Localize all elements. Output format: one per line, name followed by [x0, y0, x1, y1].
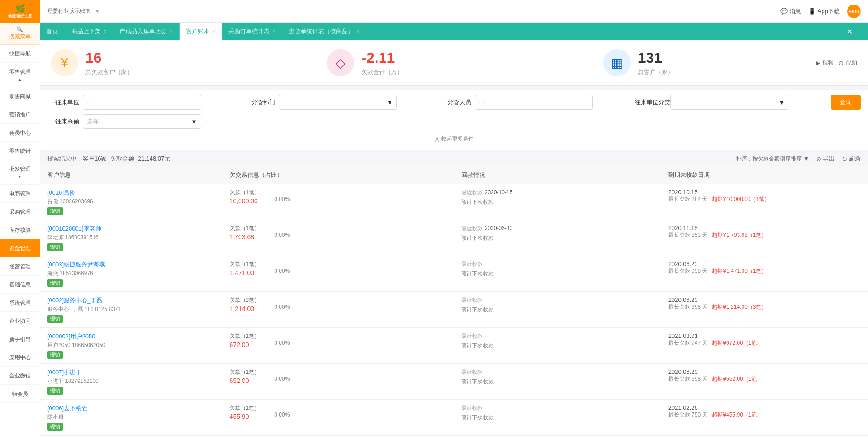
- debt-amount[interactable]: 1,703.68: [230, 233, 260, 241]
- close-icon[interactable]: ×: [104, 29, 106, 34]
- next-payment: 预计下次收款: [461, 378, 653, 386]
- overdue-days: 最长欠款 853 天 超期¥1,703.68（1笔）: [668, 231, 861, 239]
- chevron-down-icon: ▼: [387, 99, 393, 106]
- tab-home[interactable]: 首页: [40, 23, 65, 40]
- tab-product-offshelf[interactable]: 商品上下架 ×: [65, 23, 113, 40]
- sidebar-item-basic-info[interactable]: 基础信息: [0, 276, 40, 294]
- tab-customer-account[interactable]: 客户账本 ×: [180, 23, 222, 40]
- sidebar-item-finance[interactable]: 资金管理: [0, 239, 40, 257]
- overdue-amount-link[interactable]: 超期¥455.90（1笔）: [712, 412, 762, 418]
- debt-ratio: 0.00%: [274, 268, 290, 274]
- overdue-amount-link[interactable]: 超期¥652.00（1笔）: [712, 376, 762, 382]
- video-button[interactable]: ▶ 视频: [816, 59, 834, 67]
- person-label: 分管人员: [439, 98, 471, 106]
- sidebar-item-retail-stats[interactable]: 零售统计: [0, 142, 40, 160]
- cell-debt-info: 欠款（1笔） 672.00 0.00%: [222, 328, 454, 364]
- fullscreen-button[interactable]: ⛶: [856, 27, 863, 35]
- overdue-amount-link[interactable]: 超期¥672.00（1笔）: [712, 340, 762, 346]
- message-button[interactable]: 💬 消息: [780, 7, 801, 15]
- sidebar-item-enterprise[interactable]: 企业协同: [0, 312, 40, 330]
- customer-name-link[interactable]: [0002]服务中心_丁磊: [47, 296, 215, 305]
- cell-payment-status: 最近收款 2020-10-15 预计下次收款: [454, 184, 661, 220]
- close-icon[interactable]: ×: [212, 29, 215, 34]
- sidebar-item-batch-mgmt[interactable]: 批发管理 ▼: [0, 160, 40, 185]
- sidebar-item-inventory[interactable]: 库存核算: [0, 221, 40, 239]
- tab-purchase-order[interactable]: 采购订单统计表 ×: [222, 23, 282, 40]
- collapse-button[interactable]: ⋀ 收起更多条件: [47, 133, 861, 145]
- dept-select[interactable]: ▼: [279, 95, 397, 110]
- sidebar-item-operations[interactable]: 经营管理: [0, 257, 40, 276]
- debt-amount[interactable]: 455.90: [230, 413, 260, 420]
- filter-group-person: 分管人员 ···: [439, 95, 628, 110]
- customer-name-link[interactable]: [0001020001]李老师: [47, 225, 215, 233]
- tab-product-inbound[interactable]: 产成品入库单历史 ×: [113, 23, 179, 40]
- overdue-amount-link[interactable]: 超期¥1,471.00（1笔）: [712, 268, 767, 274]
- cell-due-date: 2020.06.23 最长欠款 998 天 超期¥1,471.00（1笔）: [661, 256, 868, 292]
- play-icon: ▶: [816, 60, 820, 66]
- debt-ratio: 0.00%: [274, 232, 290, 238]
- next-payment: 预计下次收款: [461, 198, 653, 206]
- sidebar-item-purchase[interactable]: 采购管理: [0, 203, 40, 221]
- sidebar-item-retail-mall[interactable]: 零售商城: [0, 87, 40, 105]
- yuan-icon: ¥: [51, 49, 78, 76]
- sidebar-item-member[interactable]: 会员中心: [0, 124, 40, 142]
- filter-group-dept: 分管部门 ▼: [243, 95, 432, 110]
- close-icon[interactable]: ×: [272, 29, 275, 34]
- sidebar-item-app-center[interactable]: 应用中心: [0, 348, 40, 367]
- debt-amount[interactable]: 10,000.00: [230, 197, 260, 205]
- customer-name-link[interactable]: [0006]去下粮仓: [47, 404, 215, 412]
- stat-value-total-customers: 131: [638, 50, 673, 66]
- customer-name-link[interactable]: [0016]吕俊: [47, 189, 215, 197]
- overdue-amount-link[interactable]: 超期¥10,000.00（1笔）: [712, 196, 770, 202]
- sidebar-item-search[interactable]: 🔍 搜索菜单: [0, 23, 40, 45]
- last-payment: 最近收款 2020-10-15: [461, 189, 653, 196]
- status-tag: 现销: [47, 207, 63, 215]
- sidebar-item-vip-member[interactable]: 畅会员: [0, 385, 40, 403]
- sidebar-item-nav[interactable]: 快捷导航: [0, 45, 40, 63]
- close-icon[interactable]: ×: [356, 29, 359, 34]
- debt-amount[interactable]: 672.00: [230, 341, 260, 348]
- sidebar-item-newbie[interactable]: 新手引导: [0, 330, 40, 348]
- table-row: [0006]去下粮仓 陈小册 现销 欠款（1笔） 455.90 0.00% 最近…: [40, 400, 868, 436]
- overdue-amount-link[interactable]: 超期¥1,703.68（1笔）: [712, 232, 767, 238]
- customer-name-link[interactable]: [000002]用户2050: [47, 332, 215, 341]
- sidebar-item-corp-wx[interactable]: 企业微信: [0, 367, 40, 385]
- app-download-button[interactable]: 📱 App下载: [808, 7, 840, 15]
- tab-inbound-stats[interactable]: 进货单统计表（按商品） ×: [282, 23, 366, 40]
- stat-card-debt-customers: ¥ 16 总欠款客户（家）: [40, 40, 316, 85]
- overdue-amount-link[interactable]: 超期¥1,214.00（3笔）: [712, 304, 767, 310]
- person-input[interactable]: ···: [475, 95, 593, 110]
- tab-label-product-inbound: 产成品入库单历史: [120, 27, 167, 35]
- result-summary-left: 搜索结果中，客户16家 欠款金额 -21,148.07元: [47, 155, 170, 163]
- sidebar-item-ecommerce[interactable]: 电商管理: [0, 185, 40, 203]
- sidebar-item-system[interactable]: 系统管理: [0, 294, 40, 312]
- unit-type-select[interactable]: ▼: [670, 95, 788, 110]
- sort-label[interactable]: 排序：按欠款金额倒序排序 ▼: [736, 155, 809, 163]
- refresh-button[interactable]: ↻ 刷新: [842, 155, 861, 163]
- help-icon: ⊙: [838, 60, 843, 66]
- sidebar-item-marketing[interactable]: 营销推广: [0, 105, 40, 124]
- incoming-unit-label: 往来单位: [47, 98, 79, 106]
- cell-payment-status: 最近收款 2020-06-30 预计下次收款: [454, 220, 661, 256]
- incoming-unit-input[interactable]: ···: [83, 95, 201, 110]
- customer-name-link[interactable]: [0007]小进干: [47, 368, 215, 377]
- avatar[interactable]: demo2: [847, 5, 861, 18]
- debt-amount[interactable]: 652.00: [230, 377, 260, 384]
- close-all-tabs-button[interactable]: ✕: [847, 27, 853, 36]
- col-due-date: 到期未收款日期: [661, 166, 868, 184]
- debt-amount[interactable]: 1,471.00: [230, 269, 260, 276]
- query-button[interactable]: 查询: [831, 95, 861, 110]
- stat-label-debt-total: 欠款合计（万）: [361, 68, 403, 76]
- export-button[interactable]: ⊙ 导出: [816, 155, 835, 163]
- cell-customer-info: [0003]畅捷服务尹海燕 海燕 18513066976 现销: [40, 256, 222, 292]
- tab-label-customer-account: 客户账本: [186, 27, 210, 35]
- logo[interactable]: 🌿 畅捷通好生意: [0, 0, 40, 23]
- help-button[interactable]: ⊙ 帮助: [838, 59, 857, 67]
- balance-select[interactable]: 选择... ▼: [83, 114, 201, 129]
- industry-label: 母婴行业演示账套: [47, 7, 91, 15]
- close-icon[interactable]: ×: [170, 29, 172, 34]
- sidebar-item-retail-mgmt[interactable]: 零售管理 ▲: [0, 63, 40, 87]
- debt-amount[interactable]: 1,214.00: [230, 305, 260, 312]
- status-tag: 现销: [47, 351, 63, 359]
- customer-name-link[interactable]: [0003]畅捷服务尹海燕: [47, 261, 215, 269]
